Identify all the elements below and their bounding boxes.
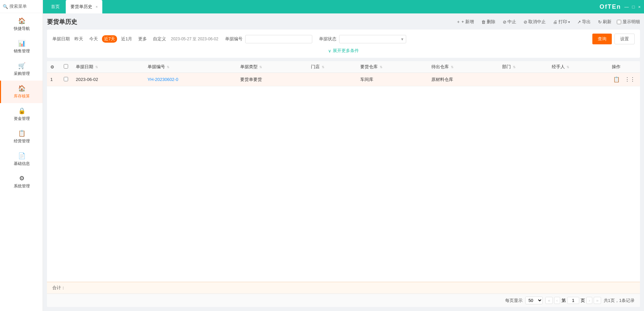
window-minimize-btn[interactable]: — xyxy=(625,4,629,9)
sidebar-item-label: 基础信息 xyxy=(14,161,30,167)
expand-icon: ∨ xyxy=(328,48,331,53)
col-doc-num-label: 单据编号 xyxy=(148,64,165,69)
date-range-display: 2023-05-27 至 2023-06-02 xyxy=(171,36,218,42)
window-close-btn[interactable]: × xyxy=(638,4,641,9)
tab-active[interactable]: 要货单历史 × xyxy=(66,0,102,13)
per-page-select[interactable]: 50 10 20 100 xyxy=(525,297,543,304)
col-doc-date[interactable]: 单据日期 ⇅ xyxy=(72,61,144,73)
print-label: 打印 xyxy=(558,19,567,25)
filter-area: 单据日期 昨天 今天 近7天 近1月 更多 自定义 2023-05-27 至 2… xyxy=(47,30,640,58)
doc-num-label: 单据编号 xyxy=(225,36,243,42)
total-row: 合计： xyxy=(47,282,640,294)
export-button[interactable]: ↗ 导出 xyxy=(575,17,593,26)
first-page-btn[interactable]: « xyxy=(545,297,552,304)
settings-button[interactable]: 设置 xyxy=(614,34,635,44)
sidebar-item-system[interactable]: ⚙ 系统管理 xyxy=(0,171,43,193)
col-handler[interactable]: 经手人 ⇅ xyxy=(548,61,608,73)
sidebar-search-area[interactable]: 🔍 搜索菜单 xyxy=(0,0,43,13)
col-department[interactable]: 部门 ⇅ xyxy=(499,61,548,73)
delete-label: 删除 xyxy=(487,19,495,25)
next-page-btn[interactable]: › xyxy=(586,297,592,304)
date-option-more[interactable]: 更多 xyxy=(136,35,149,43)
quick-nav-icon: 🏠 xyxy=(18,17,25,25)
cell-doc-num: YH-20230602-0 xyxy=(144,73,237,86)
sidebar-item-label: 销售管理 xyxy=(14,48,30,54)
system-icon: ⚙ xyxy=(19,175,24,182)
row-checkbox[interactable] xyxy=(64,77,68,81)
refresh-label: 刷新 xyxy=(603,19,611,25)
stop-label: 中止 xyxy=(507,19,516,25)
sidebar-item-finance[interactable]: 🔒 资金管理 xyxy=(0,103,43,126)
window-restore-btn[interactable]: □ xyxy=(632,4,635,9)
cancel-stop-button[interactable]: ⊘ 取消中止 xyxy=(522,17,548,26)
sidebar-item-label: 采购管理 xyxy=(14,71,30,77)
main-area: 首页 要货单历史 × OfTEn — □ × 要货单历史 ＋ + 新增 🗑 xyxy=(43,0,644,311)
doc-num-filter-group: 单据编号 xyxy=(225,35,312,43)
status-label: 单据状态 xyxy=(319,36,336,42)
col-doc-type-label: 单据类型 xyxy=(240,64,258,69)
cancel-stop-label: 取消中止 xyxy=(528,19,546,25)
page-info: 共1页，1条记录 xyxy=(604,298,635,304)
last-page-btn[interactable]: » xyxy=(594,297,601,304)
settings-gear-icon[interactable]: ⚙ xyxy=(50,64,54,70)
cell-pending-warehouse: 原材料仓库 xyxy=(428,73,499,86)
display-detail-checkbox[interactable] xyxy=(617,20,621,24)
doc-num-link[interactable]: YH-20230602-0 xyxy=(148,77,178,82)
select-all-checkbox[interactable] xyxy=(64,64,68,69)
tab-home[interactable]: 首页 xyxy=(46,0,64,13)
col-store[interactable]: 门店 ⇅ xyxy=(308,61,357,73)
date-option-yesterday[interactable]: 昨天 xyxy=(72,35,85,43)
per-page-label: 每页显示 xyxy=(505,298,523,304)
sales-icon: 📊 xyxy=(18,40,25,47)
date-option-1month[interactable]: 近1月 xyxy=(119,35,134,43)
export-label: 导出 xyxy=(582,19,591,25)
display-detail-toggle[interactable]: 显示明细 xyxy=(617,19,640,25)
stop-button[interactable]: ⊘ 中止 xyxy=(501,17,518,26)
print-button[interactable]: 🖨 打印 ▾ xyxy=(551,17,572,26)
col-doc-type[interactable]: 单据类型 ⇅ xyxy=(237,61,308,73)
tab-close-icon[interactable]: × xyxy=(96,5,98,9)
sidebar-item-label: 库存核算 xyxy=(14,93,30,99)
col-pending-warehouse[interactable]: 待出仓库 ⇅ xyxy=(428,61,499,73)
col-pending-warehouse-label: 待出仓库 xyxy=(431,64,449,69)
query-button[interactable]: 查询 xyxy=(592,34,612,44)
row-edit-btn[interactable]: 📋 xyxy=(612,76,621,83)
row-more-btn[interactable]: ⋮⋮ xyxy=(623,76,637,83)
sidebar-item-operations[interactable]: 📋 经营管理 xyxy=(0,126,43,148)
sort-icon-store: ⇅ xyxy=(322,65,324,69)
total-label: 合计： xyxy=(52,285,65,291)
sidebar-item-quick-nav[interactable]: 🏠 快捷导航 xyxy=(0,13,43,36)
doc-num-input[interactable] xyxy=(245,35,312,43)
sidebar-item-sales[interactable]: 📊 销售管理 xyxy=(0,36,43,58)
col-settings[interactable]: ⚙ xyxy=(47,61,60,73)
new-button[interactable]: ＋ + 新增 xyxy=(454,17,476,26)
refresh-button[interactable]: ↻ 刷新 xyxy=(596,17,613,26)
sort-icon-pending-warehouse: ⇅ xyxy=(451,65,453,69)
sidebar-item-purchase[interactable]: 🛒 采购管理 xyxy=(0,58,43,81)
page-input[interactable] xyxy=(567,297,579,304)
col-checkbox xyxy=(60,61,72,73)
toolbar: ＋ + 新增 🗑 删除 ⊘ 中止 ⊘ 取消中止 🖨 打印 xyxy=(454,17,640,26)
sidebar-item-inventory[interactable]: 🏠 库存核算 xyxy=(0,81,43,103)
sidebar-item-label: 快捷导航 xyxy=(14,26,30,32)
prev-page-btn[interactable]: ‹ xyxy=(554,297,560,304)
sidebar-item-label: 系统管理 xyxy=(14,183,30,189)
status-filter-group: 单据状态 xyxy=(319,35,406,43)
date-filter-label: 单据日期 xyxy=(52,36,70,42)
date-option-today[interactable]: 今天 xyxy=(87,35,100,43)
col-req-warehouse[interactable]: 要货仓库 ⇅ xyxy=(357,61,428,73)
status-select[interactable] xyxy=(339,35,406,43)
sort-icon-doc-num: ⇅ xyxy=(167,65,169,69)
date-option-7days[interactable]: 近7天 xyxy=(102,35,117,43)
sidebar-item-basic-info[interactable]: 📄 基础信息 xyxy=(0,148,43,171)
status-select-wrap xyxy=(339,35,406,43)
tab-active-label: 要货单历史 xyxy=(70,4,92,10)
row-ops: 📋 ⋮⋮ xyxy=(612,76,637,83)
expand-more-btn[interactable]: ∨ 展开更多条件 xyxy=(328,48,359,54)
date-option-custom[interactable]: 自定义 xyxy=(151,35,168,43)
col-doc-num[interactable]: 单据编号 ⇅ xyxy=(144,61,237,73)
pagination-bar: 每页显示 50 10 20 100 « ‹ 第 页 › » xyxy=(47,294,640,307)
pagination-nav: « ‹ 第 页 › » xyxy=(545,297,601,304)
delete-button[interactable]: 🗑 删除 xyxy=(479,17,497,26)
table-row: 1 2023-06-02 YH-20230602-0 要货单要货 车间库 原材料… xyxy=(47,73,640,86)
